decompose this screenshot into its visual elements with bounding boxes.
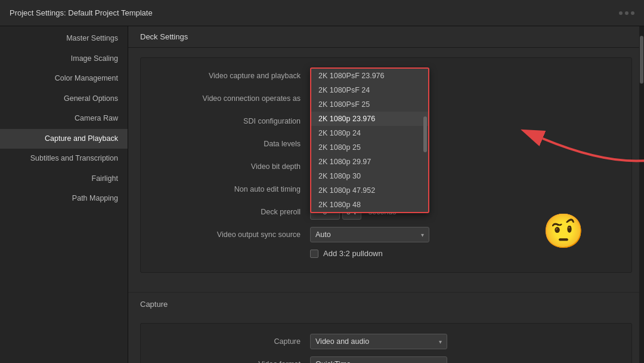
capture-value: Video and audio	[315, 337, 369, 346]
dropdown-option-3[interactable]: 2K 1080p 23.976	[311, 112, 428, 126]
deck-preroll-label: Deck preroll	[155, 208, 310, 216]
non-auto-edit-label: Non auto edit timing	[155, 185, 310, 193]
sdi-config-label: SDI configuration	[155, 117, 310, 125]
add-pulldown-label: Add 3:2 pulldown	[323, 249, 383, 258]
chevron-down-icon: ▾	[439, 361, 442, 364]
video-capture-row: Video capture and playback HD 1080PsF 24…	[155, 67, 617, 84]
video-capture-dropdown-list[interactable]: 2K 1080PsF 23.976 2K 1080PsF 24 2K 1080P…	[310, 67, 429, 213]
video-output-sync-row: Video output sync source Auto ▾	[155, 226, 617, 243]
capture-dropdown[interactable]: Video and audio ▾	[310, 334, 447, 349]
video-capture-label: Video capture and playback	[155, 72, 310, 80]
video-bit-depth-label: Video bit depth	[155, 162, 310, 171]
sidebar-item-subtitles-and-transcription[interactable]: Subtitles and Transcription	[0, 149, 128, 169]
dropdown-option-4[interactable]: 2K 1080p 24	[311, 126, 428, 140]
menu-dot-1	[619, 11, 623, 15]
video-connection-label: Video connection operates as	[155, 94, 310, 103]
scrollbar-thumb[interactable]	[640, 36, 643, 84]
capture-label: Capture	[155, 337, 310, 346]
video-format-row: Video format QuickTime ▾	[155, 356, 617, 363]
capture-form: Capture Video and audio ▾ Video format Q…	[140, 323, 632, 363]
content-area: Deck Settings Video capture and playback…	[128, 26, 644, 363]
dropdown-option-6[interactable]: 2K 1080p 29.97	[311, 155, 428, 169]
dropdown-option-5[interactable]: 2K 1080p 25	[311, 140, 428, 155]
sidebar-item-path-mapping[interactable]: Path Mapping	[0, 189, 128, 209]
dropdown-scrollbar[interactable]	[423, 116, 427, 152]
sidebar-item-general-options[interactable]: General Options	[0, 89, 128, 109]
tab-header: Deck Settings	[128, 26, 644, 48]
dropdown-option-1[interactable]: 2K 1080PsF 24	[311, 83, 428, 97]
capture-row: Capture Video and audio ▾	[155, 333, 617, 350]
video-output-sync-value: Auto	[315, 230, 331, 239]
video-format-value: QuickTime	[315, 360, 351, 363]
dropdown-option-0[interactable]: 2K 1080PsF 23.976	[311, 69, 428, 83]
chevron-down-icon: ▾	[421, 232, 424, 238]
title-bar-menu[interactable]	[619, 11, 634, 15]
add-pulldown-row: Add 3:2 pulldown	[310, 249, 617, 258]
title-bar: Project Settings: Default Project Templa…	[0, 0, 644, 26]
active-tab-label[interactable]: Deck Settings	[140, 32, 188, 41]
window-title: Project Settings: Default Project Templa…	[10, 8, 153, 17]
deck-settings-section: Video capture and playback HD 1080PsF 24…	[128, 48, 644, 292]
sidebar-item-master-settings[interactable]: Master Settings	[0, 29, 128, 49]
menu-dot-3	[631, 11, 634, 15]
deck-settings-form: Video capture and playback HD 1080PsF 24…	[140, 57, 632, 273]
add-pulldown-checkbox[interactable]	[310, 250, 318, 258]
capture-section: Capture Video and audio ▾ Video format Q…	[128, 313, 644, 363]
scrollbar-track[interactable]	[639, 26, 644, 363]
video-format-dropdown[interactable]: QuickTime ▾	[310, 356, 447, 363]
dropdown-option-2[interactable]: 2K 1080PsF 25	[311, 97, 428, 112]
chevron-down-icon: ▾	[439, 339, 442, 345]
video-output-sync-label: Video output sync source	[155, 230, 310, 239]
sidebar: Master Settings Image Scaling Color Mana…	[0, 26, 128, 363]
video-format-label: Video format	[155, 360, 310, 363]
dropdown-option-9[interactable]: 2K 1080p 48	[311, 198, 428, 212]
dropdown-option-7[interactable]: 2K 1080p 30	[311, 169, 428, 183]
capture-title: Capture	[140, 300, 168, 309]
dropdown-option-8[interactable]: 2K 1080p 47.952	[311, 183, 428, 198]
data-levels-label: Data levels	[155, 140, 310, 148]
sidebar-item-color-management[interactable]: Color Management	[0, 69, 128, 89]
capture-section-header: Capture	[128, 292, 644, 313]
video-output-sync-dropdown[interactable]: Auto ▾	[310, 227, 429, 242]
sidebar-item-camera-raw[interactable]: Camera Raw	[0, 109, 128, 129]
sidebar-item-capture-and-playback[interactable]: Capture and Playback	[0, 129, 128, 149]
sidebar-item-image-scaling[interactable]: Image Scaling	[0, 49, 128, 69]
sidebar-item-fairlight[interactable]: Fairlight	[0, 169, 128, 189]
menu-dot-2	[625, 11, 628, 15]
main-layout: Master Settings Image Scaling Color Mana…	[0, 26, 644, 363]
